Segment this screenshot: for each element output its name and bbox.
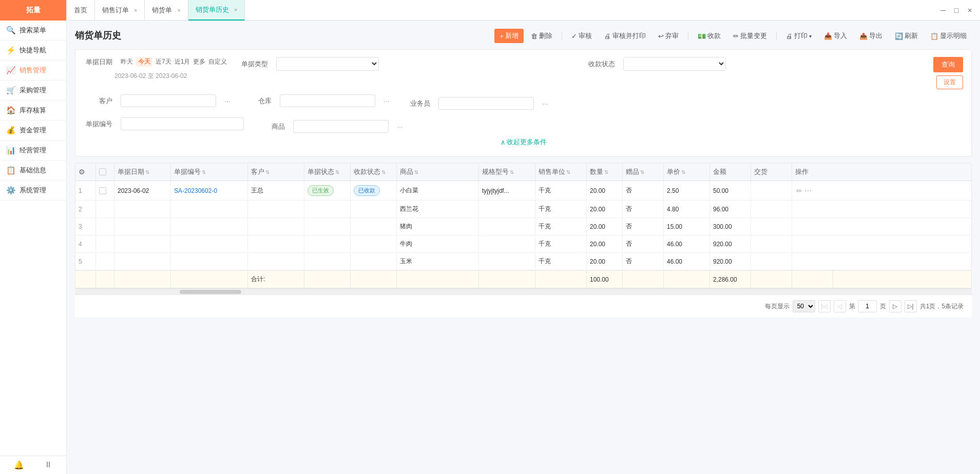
th-sales-unit[interactable]: 销售单位 ⇅	[535, 163, 587, 181]
sidebar-item-inventory[interactable]: 🏠 库存核算	[0, 101, 66, 121]
th-gift[interactable]: 赠品 ⇅	[623, 163, 664, 181]
th-goods[interactable]: 商品 ⇅	[397, 163, 479, 181]
td-checkbox-5[interactable]	[96, 253, 114, 270]
tab-sales-history-close[interactable]: ×	[234, 7, 237, 13]
sidebar-footer-icon-left[interactable]: 🔔	[14, 460, 24, 470]
audit-button[interactable]: ✓ 审核	[566, 29, 597, 43]
import-button[interactable]: 📥 导入	[819, 29, 852, 43]
sidebar-item-operations[interactable]: 📊 经营管理	[0, 141, 66, 161]
salesperson-dots[interactable]: ···	[542, 100, 548, 108]
system-icon: ⚙️	[6, 186, 15, 195]
goods-input[interactable]	[293, 120, 389, 133]
warehouse-input[interactable]	[280, 94, 375, 107]
filter-row-doc-type: 单据类型	[239, 57, 574, 71]
td-checkbox-3[interactable]	[96, 218, 114, 235]
sidebar-item-finance[interactable]: 💰 资金管理	[0, 121, 66, 141]
tab-sales-delivery[interactable]: 销货单 ×	[145, 0, 188, 21]
show-detail-button[interactable]: 📋 显示明细	[925, 29, 972, 43]
sort-doc-status-icon[interactable]: ⇅	[335, 169, 339, 175]
th-quantity[interactable]: 数量 ⇅	[587, 163, 623, 181]
query-button[interactable]: 查询	[933, 57, 963, 72]
th-doc-date[interactable]: 单据日期 ⇅	[114, 163, 171, 181]
th-customer[interactable]: 客户 ⇅	[248, 163, 304, 181]
refresh-button[interactable]: 🔄 刷新	[890, 29, 923, 43]
print-button[interactable]: 🖨 打印 ▾	[781, 29, 817, 43]
th-settings[interactable]: ⚙	[75, 163, 96, 181]
th-amount[interactable]: 金额	[710, 163, 751, 181]
per-page-select[interactable]: 50	[793, 300, 815, 312]
sidebar-item-sales-mgmt[interactable]: 📈 销售管理	[0, 61, 66, 81]
sidebar-footer-icon-right[interactable]: ⏸	[44, 460, 52, 470]
td-checkbox-4[interactable]	[96, 235, 114, 252]
doc-type-select[interactable]	[276, 57, 379, 71]
last-page-button[interactable]: ▷|	[905, 300, 917, 312]
sort-payment-status-icon[interactable]: ⇅	[381, 169, 386, 175]
collect-button[interactable]: 💵 收款	[693, 29, 726, 43]
next-page-button[interactable]: ▷	[889, 300, 901, 312]
sidebar-item-system[interactable]: ⚙️ 系统管理	[0, 181, 66, 201]
date-7days[interactable]: 近7天	[156, 57, 171, 66]
date-1month[interactable]: 近1月	[175, 57, 190, 66]
sidebar-item-basic-info[interactable]: 📋 基础信息	[0, 161, 66, 181]
add-button[interactable]: + 新增	[494, 29, 524, 43]
th-unit-price[interactable]: 单价 ⇅	[664, 163, 710, 181]
customer-input[interactable]	[121, 94, 216, 107]
sort-doc-date-icon[interactable]: ⇅	[145, 169, 149, 175]
sidebar-item-purchase-mgmt[interactable]: 🛒 采购管理	[0, 81, 66, 101]
delete-button[interactable]: 🗑 删除	[526, 29, 558, 43]
sort-gift-icon[interactable]: ⇅	[640, 169, 644, 175]
tab-sales-delivery-close[interactable]: ×	[177, 7, 180, 13]
minimize-button[interactable]: ─	[937, 4, 949, 16]
close-button[interactable]: ×	[964, 4, 976, 16]
td-checkbox-1[interactable]	[96, 181, 114, 200]
salesperson-input[interactable]	[438, 97, 534, 110]
sort-spec-icon[interactable]: ⇅	[510, 169, 514, 175]
more-action-1[interactable]: ⋯	[804, 187, 812, 195]
sidebar-item-quick-nav[interactable]: ⚡ 快捷导航	[0, 41, 66, 61]
warehouse-dots[interactable]: ···	[383, 97, 390, 105]
export-button[interactable]: 📤 导出	[854, 29, 888, 43]
sort-customer-icon[interactable]: ⇅	[265, 169, 270, 175]
abandon-button[interactable]: ↩ 弃审	[653, 29, 684, 43]
sort-unit-price-icon[interactable]: ⇅	[681, 169, 685, 175]
sort-sales-unit-icon[interactable]: ⇅	[566, 169, 570, 175]
td-checkbox-2[interactable]	[96, 201, 114, 218]
table-settings-icon[interactable]: ⚙	[79, 168, 85, 176]
sidebar-item-search-menu[interactable]: 🔍 搜索菜单	[0, 21, 66, 41]
tab-sales-order-close[interactable]: ×	[134, 7, 137, 13]
sort-quantity-icon[interactable]: ⇅	[604, 169, 608, 175]
select-all-checkbox[interactable]	[99, 168, 106, 175]
th-spec[interactable]: 规格型号 ⇅	[479, 163, 535, 181]
tab-home-label: 首页	[74, 6, 87, 15]
first-page-button[interactable]: |◁	[818, 300, 831, 312]
date-today[interactable]: 今天	[136, 57, 152, 67]
tab-sales-order[interactable]: 销售订单 ×	[95, 0, 145, 21]
audit-print-button[interactable]: 🖨 审核并打印	[599, 29, 651, 43]
sort-goods-icon[interactable]: ⇅	[414, 169, 418, 175]
th-doc-status[interactable]: 单据状态 ⇅	[304, 163, 351, 181]
filter-settings-button[interactable]: 设置	[936, 75, 963, 89]
goods-dots[interactable]: ···	[397, 123, 403, 131]
horizontal-scrollbar[interactable]	[75, 288, 972, 294]
edit-action-1[interactable]: ✏	[796, 187, 802, 195]
th-checkbox[interactable]	[96, 163, 114, 181]
date-yesterday[interactable]: 昨天	[121, 57, 133, 66]
th-payment-status[interactable]: 收款状态 ⇅	[351, 163, 397, 181]
batch-change-button[interactable]: ✏ 批量变更	[728, 29, 772, 43]
th-doc-number[interactable]: 单据编号 ⇅	[171, 163, 248, 181]
customer-dots[interactable]: ···	[224, 97, 230, 105]
tab-home[interactable]: 首页	[67, 0, 95, 21]
prev-page-button[interactable]: ◁	[834, 300, 846, 312]
tab-sales-history[interactable]: 销货单历史 ×	[188, 0, 245, 21]
maximize-button[interactable]: □	[950, 4, 963, 16]
date-custom[interactable]: 自定义	[208, 57, 227, 66]
payment-status-select[interactable]	[623, 57, 726, 71]
row-checkbox-1[interactable]	[99, 187, 106, 194]
sort-doc-number-icon[interactable]: ⇅	[202, 169, 206, 175]
collapse-button[interactable]: ∧ 收起更多条件	[501, 137, 547, 147]
date-more[interactable]: 更多	[193, 57, 205, 66]
doc-number-input[interactable]	[121, 117, 244, 130]
td-doc-number-1[interactable]: SA-20230602-0	[171, 181, 248, 200]
page-number-input[interactable]	[858, 300, 877, 312]
scroll-thumb[interactable]	[180, 290, 241, 294]
